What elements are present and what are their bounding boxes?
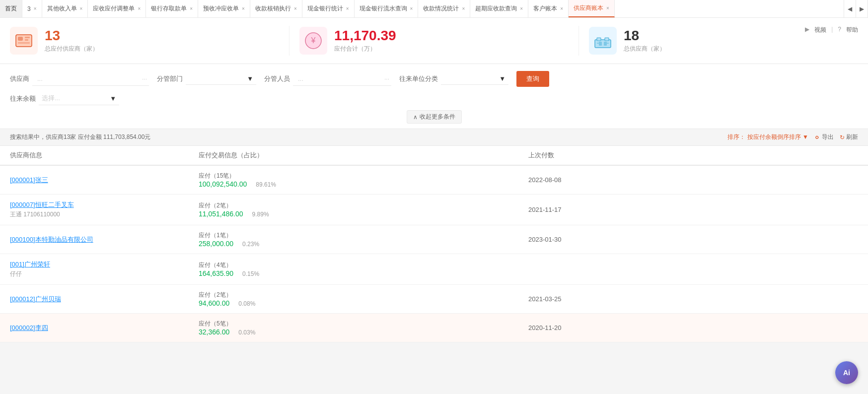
supplier-cell-5: [000012]广州贝瑞 bbox=[10, 295, 199, 304]
txn-percent-3: 0.23% bbox=[242, 241, 259, 248]
balance-chevron-icon: ▼ bbox=[110, 95, 116, 102]
nav-tab-supplier-ledger[interactable]: 供应商账本 × bbox=[569, 0, 615, 17]
close-icon[interactable]: × bbox=[606, 5, 609, 11]
query-button[interactable]: 查询 bbox=[516, 71, 549, 87]
last-pay-6: 2020-11-20 bbox=[528, 324, 858, 331]
txn-label-5: 应付（2笔） bbox=[199, 291, 528, 299]
nav-prev-button[interactable]: ◀ bbox=[844, 0, 856, 17]
nav-tab-3[interactable]: 3 × bbox=[22, 0, 42, 17]
cash-bank-flow-label: 现金银行流水查询 bbox=[360, 4, 407, 13]
nav-tab-receipt-stat[interactable]: 收款情况统计 × bbox=[418, 0, 470, 17]
table-row: [000012]广州贝瑞 应付（2笔） 94,600.00 0.08% 2021… bbox=[0, 285, 868, 314]
export-button[interactable]: ⭘ 导出 bbox=[814, 133, 834, 141]
txn-percent-4: 0.15% bbox=[242, 270, 259, 277]
txn-amount-1[interactable]: 100,092,540.00 bbox=[199, 180, 247, 188]
txn-amount-4[interactable]: 164,635.90 bbox=[199, 269, 233, 277]
supplier-input[interactable] bbox=[34, 73, 142, 84]
close-icon[interactable]: × bbox=[190, 6, 193, 11]
close-icon[interactable]: × bbox=[242, 6, 245, 11]
close-icon[interactable]: × bbox=[462, 6, 465, 11]
nav-tab-home[interactable]: 首页 bbox=[0, 0, 22, 17]
supplier-sub-4: 仔仔 bbox=[10, 270, 199, 278]
txn-percent-1: 89.61% bbox=[256, 181, 276, 188]
supplier-cell-6: [000002]李四 bbox=[10, 324, 199, 332]
supplier-ledger-label: 供应商账本 bbox=[574, 4, 603, 12]
person-input[interactable] bbox=[295, 73, 384, 84]
nav-tab-cash-bank-stat[interactable]: 现金银行统计 × bbox=[302, 0, 355, 17]
nav-tab-overdue-ar[interactable]: 超期应收款查询 × bbox=[470, 0, 528, 17]
stat-divider-1 bbox=[289, 26, 289, 56]
close-icon[interactable]: × bbox=[294, 6, 297, 11]
receipt-verify-label: 收款核销执行 bbox=[255, 4, 291, 13]
txn-percent-6: 0.03% bbox=[238, 329, 255, 336]
supplier-sub-2: 王通 17106110000 bbox=[10, 210, 199, 219]
dept-chevron-icon: ▼ bbox=[247, 75, 253, 82]
txn-label-3: 应付（1笔） bbox=[199, 231, 528, 240]
last-pay-3: 2023-01-30 bbox=[528, 236, 858, 243]
sort-value[interactable]: 按应付余额倒序排序 bbox=[747, 133, 801, 140]
sort-prefix: 排序： bbox=[727, 133, 745, 140]
video-icon: ▶ bbox=[805, 26, 809, 34]
supplier-link-4[interactable]: [001]广州荣轩 bbox=[10, 260, 199, 269]
supplier-link-6[interactable]: [000002]李四 bbox=[10, 324, 199, 332]
txn-amount-2[interactable]: 11,051,486.00 bbox=[199, 210, 243, 218]
txn-cell-2: 应付（2笔） 11,051,486.00 9.89% bbox=[199, 201, 528, 218]
nav-tab-bank-deposit[interactable]: 银行存取款单 × bbox=[146, 0, 198, 17]
help-link[interactable]: 帮助 bbox=[846, 26, 858, 34]
close-icon[interactable]: × bbox=[560, 6, 563, 11]
help-icon: ? bbox=[838, 26, 841, 34]
txn-amount-3[interactable]: 258,000.00 bbox=[199, 240, 233, 248]
nav-tab-other-income[interactable]: 其他收入单 × bbox=[42, 0, 88, 17]
refresh-button[interactable]: ↻ 刷新 bbox=[840, 133, 858, 141]
dept-label: 分管部门 bbox=[157, 74, 183, 83]
sort-label: 排序： 按应付余额倒序排序 ▼ bbox=[727, 133, 808, 141]
refresh-label: 刷新 bbox=[846, 133, 858, 141]
close-icon[interactable]: × bbox=[520, 6, 523, 11]
unit-type-select[interactable]: ▼ bbox=[441, 73, 508, 85]
table-area: 供应商信息 应付交易信息（占比） 上次付数 [000001]张三 应付（15笔）… bbox=[0, 146, 868, 342]
result-bar: 搜索结果中，供应商13家 应付金额 111,703,854.00元 排序： 按应… bbox=[0, 129, 868, 146]
receipt-stat-label: 收款情况统计 bbox=[423, 4, 459, 13]
txn-amount-6[interactable]: 32,366.00 bbox=[199, 328, 229, 336]
col-header-txn: 应付交易信息（占比） bbox=[199, 151, 528, 160]
ar-ap-adjust-label: 应收应付调整单 bbox=[93, 4, 135, 13]
export-icon: ⭘ bbox=[814, 134, 820, 141]
close-icon[interactable]: × bbox=[138, 6, 141, 11]
stat-number-1: 13 bbox=[45, 28, 98, 44]
nav-tab-customer-ledger[interactable]: 客户账本 × bbox=[528, 0, 569, 17]
nav-tab-receipt-verify[interactable]: 收款核销执行 × bbox=[250, 0, 302, 17]
link-separator: | bbox=[831, 26, 833, 34]
supplier-link-5[interactable]: [000012]广州贝瑞 bbox=[10, 295, 199, 304]
close-icon[interactable]: × bbox=[410, 6, 413, 11]
nav-tab-ar-ap-adjust[interactable]: 应收应付调整单 × bbox=[88, 0, 146, 17]
collapse-button[interactable]: ∧ 收起更多条件 bbox=[407, 110, 462, 124]
txn-amount-5[interactable]: 94,600.00 bbox=[199, 299, 229, 307]
close-icon[interactable]: × bbox=[80, 6, 83, 11]
video-link[interactable]: 视频 bbox=[814, 26, 826, 34]
balance-select[interactable]: 选择... ▼ bbox=[39, 92, 119, 105]
supplier-link-2[interactable]: [000007]恒旺二手叉车 bbox=[10, 200, 199, 209]
filter-section: 供应商 ··· 分管部门 ▼ 分管人员 ··· 往来单位分类 bbox=[0, 64, 868, 129]
table-row: [001]广州荣轩 仔仔 应付（4笔） 164,635.90 0.15% bbox=[0, 254, 868, 285]
nav-tab-advance-ar[interactable]: 预收冲应收单 × bbox=[198, 0, 250, 17]
txn-cell-4: 应付（4笔） 164,635.90 0.15% bbox=[199, 261, 528, 277]
supplier-cell-2: [000007]恒旺二手叉车 王通 17106110000 bbox=[10, 200, 199, 219]
nav-next-button[interactable]: ▶ bbox=[856, 0, 868, 17]
close-icon[interactable]: × bbox=[346, 6, 349, 11]
supplier-link-1[interactable]: [000001]张三 bbox=[10, 176, 199, 185]
nav-tab-cash-bank-flow[interactable]: 现金银行流水查询 × bbox=[355, 0, 419, 17]
dept-select[interactable]: ▼ bbox=[186, 73, 256, 85]
top-right-links: ▶ 视频 | ? 帮助 bbox=[805, 26, 858, 34]
collapse-label: 收起更多条件 bbox=[420, 113, 455, 121]
svg-rect-8 bbox=[597, 38, 601, 41]
filter-row-1: 供应商 ··· 分管部门 ▼ 分管人员 ··· 往来单位分类 bbox=[10, 71, 858, 87]
svg-rect-2 bbox=[25, 37, 30, 38]
advance-ar-label: 预收冲应收单 bbox=[203, 4, 239, 13]
col-header-last-pay: 上次付数 bbox=[528, 151, 858, 160]
supplier-link-3[interactable]: [000100]本特勤油品有限公司 bbox=[10, 235, 199, 244]
balance-label: 往来余额 bbox=[10, 94, 36, 103]
txn-label-6: 应付（5笔） bbox=[199, 320, 528, 328]
supplier-ellipsis-icon: ··· bbox=[142, 75, 147, 82]
stat-info-3: 18 总供应商（家） bbox=[624, 28, 665, 53]
close-icon[interactable]: × bbox=[34, 6, 37, 11]
